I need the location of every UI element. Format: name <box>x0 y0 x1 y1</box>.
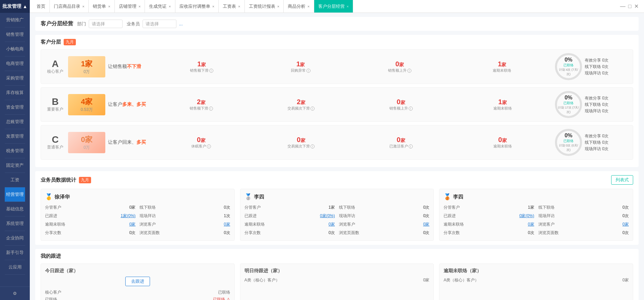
staff-stat-val[interactable]: 0家 <box>328 222 335 227</box>
followup-row: A类（核心）客户） 0家 <box>244 277 430 284</box>
tier-slogan-B: 让客户多来、多买 <box>108 101 152 108</box>
staff-stat-row: 分享次数 0次 <box>45 229 135 236</box>
sidebar-item-电商管理[interactable]: 电商管理 <box>5 56 25 71</box>
sidebar-item-税务管理[interactable]: 税务管理 <box>5 144 25 158</box>
sidebar-item-库存核算[interactable]: 库存核算 <box>5 86 25 100</box>
sidebar-header[interactable]: 批发管理 ▲ <box>0 0 30 13</box>
staff-stat-row: 已跟进 0家(0%) <box>244 212 335 220</box>
staff-stat-label: 分享次数 <box>45 230 61 236</box>
staff-stat-val[interactable]: 0家 <box>528 222 534 227</box>
tier-stat1-C[interactable]: 0家 休眠客户 i <box>189 136 213 149</box>
tab-店铺管理[interactable]: 店铺管理× <box>115 0 145 13</box>
tier-stat2-B[interactable]: 2家 交易频次下滑 i <box>287 98 315 111</box>
tab-close-商品分析[interactable]: × <box>307 4 309 8</box>
tab-生成凭证[interactable]: 生成凭证× <box>145 0 175 13</box>
tab-销货单[interactable]: 销货单× <box>89 0 114 13</box>
window-maximize-icon[interactable]: □ <box>628 3 631 9</box>
sidebar-item-采购管理[interactable]: 采购管理 <box>5 71 25 86</box>
tier-count-C[interactable]: 0家 0万 <box>68 132 105 153</box>
sidebar-item-小畅电商[interactable]: 小畅电商 <box>5 42 25 56</box>
sidebar-item-总账管理[interactable]: 总账管理 <box>5 115 25 129</box>
staff-stat-row: 浏览页面数 0次 <box>339 229 429 236</box>
tab-close-工资统计报表[interactable]: × <box>277 4 279 8</box>
tab-商品分析[interactable]: 商品分析× <box>284 0 314 13</box>
staff-stat-label: 浏览页面数 <box>139 230 160 236</box>
tab-close-店铺管理[interactable]: × <box>138 4 141 8</box>
tier-stat1-B[interactable]: 2家 销售额下滑 i <box>189 98 213 111</box>
tier-stat1-A[interactable]: 1家 销售额下滑 i <box>190 60 213 73</box>
tier-right-stats-C: 有效分享 0次线下联络 0次现场拜访 0次 <box>585 133 629 152</box>
staff-stat-val: 0家 <box>129 205 136 210</box>
staff-stat-row: 现场拜访 0次 <box>339 212 429 220</box>
staff-stat-val[interactable]: 0家(0%) <box>519 213 534 219</box>
tier-contact-C[interactable]: 0家 逾期未联络 <box>487 136 518 149</box>
sidebar-item-系统管理[interactable]: 系统管理 <box>5 216 25 231</box>
staff-stat-val[interactable]: 0家 <box>129 222 136 227</box>
sidebar-item-营销推广[interactable]: 营销推广 <box>5 13 25 27</box>
tab-工资表[interactable]: 工资表× <box>219 0 244 13</box>
sidebar-item-企业协同[interactable]: 企业协同 <box>5 231 25 246</box>
tier-contact-B[interactable]: 1家 逾期未联络 <box>487 98 518 111</box>
staff-stat-val: 0次 <box>224 230 230 236</box>
staff-stat-val[interactable]: 0家 <box>622 222 629 227</box>
tier-circle-A: 0% 已联络 计划 4次 (7天/次) <box>555 53 582 80</box>
tier-stat2-A[interactable]: 1家 回购异常 i <box>289 60 313 73</box>
sidebar-item-基础信息[interactable]: 基础信息 <box>5 202 25 216</box>
dept-select[interactable]: 请选择 <box>89 20 123 28</box>
staff-filter: 业务员 请选择 ... <box>127 20 183 28</box>
content-area: 客户分层经营 部门 请选择 业务员 请选择 ... 客户分层 九月 <box>30 13 644 300</box>
followup-overdue-title: 逾期未联络（家） <box>444 268 629 274</box>
followup-today-title: 今日跟进（家） <box>45 268 230 274</box>
sidebar-item-新手引导[interactable]: 新手引导 <box>5 246 25 260</box>
tier-stats-C: 0家 休眠客户 i 0家 交易频次下滑 i 0家 已激活客户 i 0家 逾期未联… <box>155 136 552 149</box>
tab-close-应收应付调整单[interactable]: × <box>212 4 214 8</box>
sidebar-item-发票管理[interactable]: 发票管理 <box>5 129 25 144</box>
tab-close-客户分层经营[interactable]: × <box>347 4 349 8</box>
tab-close-生成凭证[interactable]: × <box>169 4 171 8</box>
staff-select[interactable]: 请选择 <box>143 20 176 28</box>
goto-button[interactable]: 去跟进 <box>125 277 150 286</box>
tab-close-工资表[interactable]: × <box>238 4 240 8</box>
window-minimize-icon[interactable]: — <box>620 3 625 9</box>
staff-stat-val[interactable]: 0家 <box>423 222 430 227</box>
tier-count-A[interactable]: 1家 0万 <box>68 56 105 77</box>
list-view-button[interactable]: 列表式 <box>611 175 633 185</box>
window-close-icon[interactable]: ✕ <box>634 3 639 9</box>
tier-stat2-C[interactable]: 0家 交易频次下滑 i <box>287 136 315 149</box>
sidebar-item-固定资产[interactable]: 固定资产 <box>5 158 25 173</box>
tab-close-门店商品目录[interactable]: × <box>82 4 84 8</box>
staff-name-row: 🥈 李四 <box>244 193 430 201</box>
staff-stat-val[interactable]: 1家(0%) <box>121 213 135 219</box>
staff-stat-val[interactable]: 0家 <box>224 222 230 227</box>
tier-count-B[interactable]: 4家 0.53万 <box>68 94 105 115</box>
tab-应收应付调整单[interactable]: 应收应付调整单× <box>175 0 219 13</box>
staff-stat-row: 逾期未联络 0家 <box>244 221 335 228</box>
page-title: 客户分层经营 <box>41 20 73 27</box>
staff-stat-val: 1家 <box>528 205 534 210</box>
tier-stat3-A[interactable]: 0家 销售额上升 i <box>388 60 411 73</box>
filter-more[interactable]: ... <box>179 21 183 26</box>
tier-stat3-C[interactable]: 0家 已激活客户 i <box>389 136 413 149</box>
followup-section-header: 我的跟进 <box>41 253 633 259</box>
sidebar-item-云应用[interactable]: 云应用 <box>5 260 25 275</box>
sidebar-item-工资[interactable]: 工资 <box>5 173 25 187</box>
tier-circle-B: 0% 已联络 计划 17次 (7天/次) <box>555 91 582 118</box>
tab-工资统计报表[interactable]: 工资统计报表× <box>245 0 284 13</box>
tier-contact-A[interactable]: 1家 逾期未联络 <box>487 60 517 73</box>
sidebar-settings[interactable]: ⚙ <box>0 286 30 300</box>
followup-val: 0家 <box>423 277 430 283</box>
tier-row-C: C 普通客户 0家 0万 让客户回来、多买 0家 休眠客户 i 0家 交易频次下… <box>41 125 633 160</box>
staff-stat-row: 线下联络 0次 <box>538 204 629 211</box>
sidebar-item-销售管理[interactable]: 销售管理 <box>5 27 25 42</box>
tier-stat3-B[interactable]: 0家 销售额上升 i <box>389 98 413 111</box>
tab-门店商品目录[interactable]: 门店商品目录× <box>50 0 89 13</box>
sidebar-item-经营管理[interactable]: 经营管理 <box>5 187 25 202</box>
tab-客户分层经营[interactable]: 客户分层经营× <box>314 0 353 13</box>
tier-slogan-C: 让客户回来、多买 <box>108 139 152 145</box>
tab-close-销货单[interactable]: × <box>108 4 110 8</box>
staff-stat-val: 0次 <box>423 213 430 219</box>
sidebar-item-资金管理[interactable]: 资金管理 <box>5 100 25 115</box>
followup-today-card: 今日跟进（家） 去跟进 核心客户 已联络 已联络 已联络 ⚠ 未联络 1 <box>41 263 235 300</box>
tab-首页[interactable]: 首页 <box>33 0 50 13</box>
staff-stat-val[interactable]: 0家(0%) <box>320 213 335 219</box>
